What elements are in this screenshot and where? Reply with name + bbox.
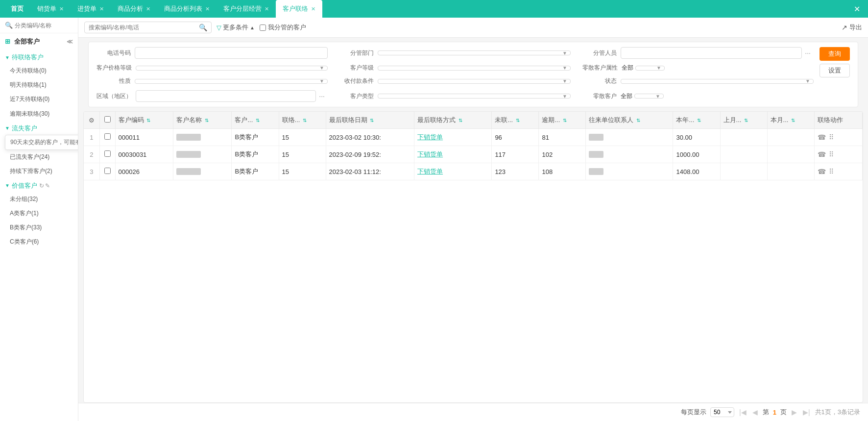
sidebar-all-customers[interactable]: ⊞ 全部客户 ≪ bbox=[0, 33, 78, 50]
th-last-contact-date-sort[interactable]: ⇅ bbox=[370, 118, 374, 123]
th-last-contact-date: 最后联络日期 ⇅ bbox=[326, 112, 414, 129]
th-overdue-sort[interactable]: ⇅ bbox=[563, 118, 567, 123]
action-contact-icon-2[interactable]: ☎ bbox=[818, 150, 826, 158]
th-last-month-sort[interactable]: ⇅ bbox=[744, 118, 748, 123]
query-button[interactable]: 查询 bbox=[820, 47, 850, 61]
search-button-icon[interactable]: 🔍 bbox=[199, 24, 207, 31]
tab-sales[interactable]: 销货单 ✕ bbox=[30, 0, 71, 18]
first-page-btn[interactable]: |◀ bbox=[738, 408, 747, 416]
search-input[interactable] bbox=[89, 24, 197, 31]
filter-nature-select[interactable]: ▼ bbox=[135, 79, 328, 84]
value-group-label: 价值客户 bbox=[12, 181, 37, 190]
td-last-method-link-3[interactable]: 下销货单 bbox=[417, 168, 443, 175]
tab-customer-link[interactable]: 客户联络 ✕ bbox=[276, 0, 322, 18]
next-page-btn[interactable]: ▶ bbox=[791, 408, 798, 416]
tab-customer-link-close[interactable]: ✕ bbox=[311, 6, 315, 12]
action-more-icon-2[interactable]: ⠿ bbox=[829, 150, 834, 158]
tab-purchase-close[interactable]: ✕ bbox=[99, 6, 104, 12]
th-name: 客户名称 ⇅ bbox=[173, 112, 232, 129]
action-contact-icon-3[interactable]: ☎ bbox=[818, 168, 826, 175]
td-contact-2: 15 bbox=[279, 146, 326, 163]
action-more-icon-3[interactable]: ⠿ bbox=[829, 168, 834, 175]
sidebar: 🔍 ⊞ 全部客户 ≪ ▼ 待联络客户 今天待联络(0) 明天待联络(1) 近7天… bbox=[0, 18, 78, 421]
sidebar-item-today-pending[interactable]: 今天待联络(0) bbox=[0, 64, 78, 78]
filter-person-dots[interactable]: ··· bbox=[802, 49, 814, 57]
td-last-method-link-1[interactable]: 下销货单 bbox=[417, 133, 443, 141]
collapse-icon[interactable]: ≪ bbox=[67, 38, 73, 45]
per-page-select[interactable]: 50 20 100 bbox=[710, 407, 734, 417]
last-page-btn[interactable]: ▶| bbox=[802, 408, 811, 416]
sidebar-item-ungrouped[interactable]: 未分组(32) bbox=[0, 192, 78, 206]
filter-region-dots[interactable]: ··· bbox=[316, 92, 328, 100]
filter-person: 分管人员 ··· bbox=[582, 47, 814, 59]
th-not-contacted-sort[interactable]: ⇅ bbox=[516, 118, 520, 123]
filter-price-level-select[interactable]: ▼ bbox=[136, 66, 328, 71]
th-last-month: 上月... ⇅ bbox=[720, 112, 767, 129]
my-customer-checkbox[interactable] bbox=[260, 25, 266, 31]
row-checkbox-1[interactable] bbox=[104, 133, 111, 140]
tab-analysis-list[interactable]: 商品分析列表 ✕ bbox=[157, 0, 217, 18]
th-company-contact-sort[interactable]: ⇅ bbox=[636, 118, 640, 123]
td-last-method-link-2[interactable]: 下销货单 bbox=[417, 150, 443, 158]
tab-sales-close[interactable]: ✕ bbox=[59, 6, 64, 12]
tab-analysis-close[interactable]: ✕ bbox=[146, 6, 150, 12]
th-level-label: 客户... bbox=[235, 116, 253, 124]
window-close-button[interactable]: ✕ bbox=[850, 4, 864, 14]
sidebar-item-overdue-pending[interactable]: 逾期未联络(30) bbox=[0, 107, 78, 121]
table-settings-col[interactable]: ⚙ bbox=[84, 112, 99, 129]
tab-analysis-label: 商品分析 bbox=[118, 4, 143, 13]
select-all-checkbox[interactable] bbox=[104, 116, 111, 123]
sidebar-item-already-lost[interactable]: 已流失客户(24) bbox=[0, 150, 78, 164]
filter-dept-select[interactable]: ▼ bbox=[378, 50, 571, 55]
prev-page-btn[interactable]: ◀ bbox=[751, 408, 759, 416]
filter-customer-type-select[interactable]: ▼ bbox=[378, 94, 571, 99]
th-level-sort[interactable]: ⇅ bbox=[256, 118, 260, 123]
more-filters-btn[interactable]: ▽ 更多条件 ▲ bbox=[217, 23, 255, 32]
filter-zero-attr-select[interactable]: ▼ bbox=[635, 66, 665, 71]
value-refresh-icon[interactable]: ↻ bbox=[39, 182, 44, 189]
search-bar: 🔍 ▽ 更多条件 ▲ 我分管的客户 ↗ 导出 bbox=[78, 18, 868, 38]
sidebar-group-lost[interactable]: ▼ 流失客户 90天未交易的客户，可能有流失风险。 bbox=[0, 121, 78, 135]
sidebar-item-class-b[interactable]: B类客户(33) bbox=[0, 221, 78, 235]
filter-region-input[interactable] bbox=[136, 90, 316, 102]
th-name-sort[interactable]: ⇅ bbox=[205, 118, 209, 123]
sidebar-item-7day-pending[interactable]: 近7天待联络(0) bbox=[0, 92, 78, 106]
th-code-sort[interactable]: ⇅ bbox=[146, 118, 150, 123]
sidebar-item-class-c[interactable]: C类客户(6) bbox=[0, 235, 78, 249]
td-action-1: ☎ ⠿ bbox=[814, 129, 862, 146]
tab-customer-segment[interactable]: 客户分层经营 ✕ bbox=[217, 0, 276, 18]
td-level-3: B类客户 bbox=[232, 163, 279, 180]
filter-phone-input[interactable] bbox=[135, 47, 328, 59]
sidebar-group-value[interactable]: ▼ 价值客户 ↻ ✎ bbox=[0, 178, 78, 192]
tab-analysis-list-close[interactable]: ✕ bbox=[205, 6, 210, 12]
th-this-year-sort[interactable]: ⇅ bbox=[697, 118, 701, 123]
th-this-month-sort[interactable]: ⇅ bbox=[791, 118, 795, 123]
action-more-icon-1[interactable]: ⠿ bbox=[829, 133, 834, 141]
sidebar-item-class-a[interactable]: A类客户(1) bbox=[0, 206, 78, 221]
filter-person-input[interactable] bbox=[621, 47, 802, 59]
value-arrow: ▼ bbox=[5, 183, 10, 188]
tab-home[interactable]: 首页 bbox=[4, 0, 30, 18]
th-contact-sort[interactable]: ⇅ bbox=[303, 118, 307, 123]
table-checkbox-col bbox=[99, 112, 115, 129]
sidebar-item-tomorrow-pending[interactable]: 明天待联络(1) bbox=[0, 78, 78, 92]
action-contact-icon-1[interactable]: ☎ bbox=[818, 133, 826, 141]
filter-zero-customer-select[interactable]: ▼ bbox=[634, 94, 664, 99]
sidebar-search-input[interactable] bbox=[15, 22, 73, 29]
row-checkbox-3[interactable] bbox=[104, 168, 111, 174]
value-edit-icon[interactable]: ✎ bbox=[45, 182, 50, 189]
export-btn[interactable]: ↗ 导出 bbox=[842, 23, 862, 32]
filter-payment-select[interactable]: ▼ bbox=[378, 79, 571, 84]
tab-purchase[interactable]: 进货单 ✕ bbox=[71, 0, 111, 18]
tab-customer-segment-close[interactable]: ✕ bbox=[265, 6, 269, 12]
th-last-contact-method-sort[interactable]: ⇅ bbox=[458, 118, 462, 123]
filter-zero-customer: 零散客户 全部 ▼ bbox=[582, 92, 814, 100]
filter-status-select[interactable]: ▼ bbox=[621, 79, 814, 84]
sidebar-item-declining[interactable]: 持续下滑客户(2) bbox=[0, 164, 78, 178]
my-customer-checkbox-wrap[interactable]: 我分管的客户 bbox=[260, 23, 306, 32]
row-checkbox-2[interactable] bbox=[104, 150, 111, 157]
tab-analysis[interactable]: 商品分析 ✕ bbox=[111, 0, 157, 18]
sidebar-group-pending[interactable]: ▼ 待联络客户 bbox=[0, 50, 78, 64]
filter-customer-level-select[interactable]: ▼ bbox=[378, 66, 571, 71]
settings-button[interactable]: 设置 bbox=[820, 64, 850, 77]
